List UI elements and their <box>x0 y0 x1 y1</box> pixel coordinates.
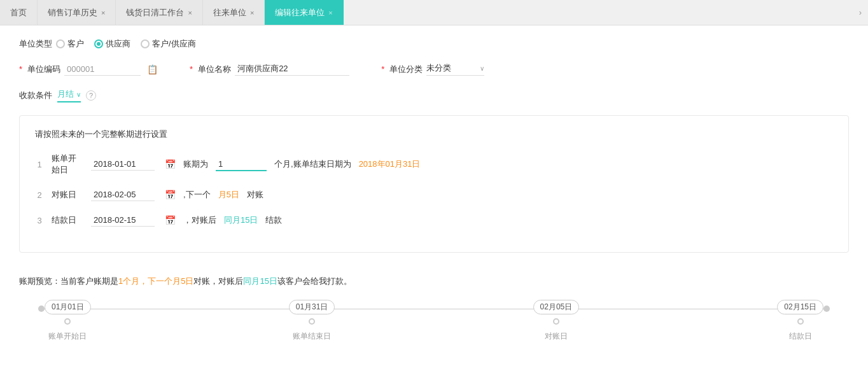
period-row-2: 2 对账日 📅 ,下一个月5日对账 <box>35 188 833 201</box>
payment-date-input[interactable] <box>91 214 155 227</box>
period-row-3: 3 结款日 📅 ，对账后同月15日结款 <box>35 214 833 227</box>
payment-condition-row: 收款条件 月结 ∨ ? <box>19 88 849 102</box>
radio-customer[interactable]: 客户 <box>56 38 84 50</box>
unit-type-group: 单位类型 客户 供应商 客户/供应商 <box>19 38 196 50</box>
unit-name-input[interactable] <box>235 63 349 76</box>
period-num-1: 1 <box>35 160 44 169</box>
timeline-sublabel-0: 账单开始日 <box>48 331 87 342</box>
preview-part3: 对账，对账后 <box>193 276 243 286</box>
calendar-icon-reconcile[interactable]: 📅 <box>165 190 176 200</box>
start-date-input[interactable] <box>91 158 155 171</box>
timeline: 01月01日 账单开始日 01月31日 账单结束日 02月05日 对账日 02月… <box>19 300 849 342</box>
unit-code-input[interactable] <box>64 63 141 76</box>
preview-part2: 下一个月5日 <box>148 276 193 286</box>
reconcile-day-highlight: 月5日 <box>218 189 239 201</box>
timeline-sublabel-1: 账单结束日 <box>293 331 331 342</box>
period-suffix-post-2: 对账 <box>247 189 263 201</box>
reconcile-date-input[interactable] <box>91 188 155 201</box>
timeline-badge-1: 01月31日 <box>289 300 335 314</box>
timeline-circle-3 <box>797 318 804 325</box>
period-end-date-highlight: 2018年01月31日 <box>359 158 421 170</box>
timeline-point-0: 01月01日 账单开始日 <box>45 300 91 342</box>
unit-code-label: 单位编码 <box>27 64 60 75</box>
period-suffix-pre-1: 账期为 <box>183 158 208 170</box>
timeline-circle-0 <box>64 318 71 325</box>
tab-close-sales-history[interactable]: × <box>101 9 105 17</box>
unit-category-value: 未分类 <box>426 62 477 74</box>
timeline-circle-1 <box>309 318 315 325</box>
calendar-icon-start[interactable]: 📅 <box>165 159 176 169</box>
unit-code-group: * 单位编码 📋 <box>19 63 158 76</box>
unit-type-row: 单位类型 客户 供应商 客户/供应商 <box>19 38 849 50</box>
required-star-code: * <box>19 64 22 74</box>
chevron-right-icon: › <box>859 8 862 17</box>
unit-name-label: 单位名称 <box>198 64 231 75</box>
period-row-label-3: 结款日 <box>52 215 83 226</box>
calendar-icon-payment[interactable]: 📅 <box>165 215 176 225</box>
tab-edit-contacts[interactable]: 编辑往来单位 × <box>265 0 343 25</box>
period-months-input[interactable] <box>216 158 267 171</box>
timeline-points: 01月01日 账单开始日 01月31日 账单结束日 02月05日 对账日 02月… <box>45 300 823 342</box>
radio-circle-supplier <box>94 39 103 48</box>
timeline-point-1: 01月31日 账单结束日 <box>289 300 335 342</box>
unit-name-group: * 单位名称 <box>190 63 349 76</box>
payment-day-highlight: 同月15日 <box>224 215 258 226</box>
period-suffix-post-1: 个月,账单结束日期为 <box>274 158 351 170</box>
unit-info-row: * 单位编码 📋 * 单位名称 * 单位分类 未分类 ∨ <box>19 62 849 76</box>
unit-category-label: 单位分类 <box>389 64 423 75</box>
preview-section: 账期预览：当前客户账期是1个月，下一个月5日对账，对账后同月15日该客户会给我打… <box>19 265 849 342</box>
tab-sales-history[interactable]: 销售订单历史 × <box>38 0 116 25</box>
period-suffix-pre-3: ，对账后 <box>183 215 216 226</box>
timeline-sublabel-2: 对账日 <box>545 331 568 342</box>
period-num-3: 3 <box>35 216 44 225</box>
period-row-1: 1 账单开始日 📅 账期为 个月,账单结束日期为 2018年01月31日 <box>35 153 833 176</box>
help-icon[interactable]: ? <box>86 90 96 101</box>
timeline-circle-2 <box>553 318 559 325</box>
timeline-end-dot <box>823 306 830 312</box>
timeline-badge-3: 02月15日 <box>777 300 823 314</box>
period-title: 请按照未来的一个完整帐期进行设置 <box>35 129 833 140</box>
timeline-badge-0: 01月01日 <box>45 300 91 314</box>
tab-close-edit-contacts[interactable]: × <box>328 9 332 17</box>
period-suffix-post-3: 结款 <box>265 215 282 226</box>
preview-part5: 该客户会给我打款。 <box>277 276 352 286</box>
tab-cashwork[interactable]: 钱货日清工作台 × <box>116 0 202 25</box>
radio-customer-label: 客户 <box>67 38 84 50</box>
radio-supplier[interactable]: 供应商 <box>94 38 130 50</box>
preview-part4: 同月15日 <box>243 276 277 286</box>
unit-type-label: 单位类型 <box>19 38 52 50</box>
radio-circle-both <box>141 39 150 48</box>
required-star-name: * <box>190 64 193 74</box>
required-star-category: * <box>381 64 384 74</box>
radio-both-label: 客户/供应商 <box>152 38 196 50</box>
period-row-label-2: 对账日 <box>52 189 83 201</box>
timeline-badge-2: 02月05日 <box>533 300 580 314</box>
chevron-down-icon-condition: ∨ <box>76 91 81 98</box>
timeline-sublabel-3: 结款日 <box>789 331 812 342</box>
payment-condition-label: 收款条件 <box>19 90 52 101</box>
unit-category-group: * 单位分类 未分类 ∨ <box>381 62 484 76</box>
tab-bar: 首页 销售订单历史 × 钱货日清工作台 × 往来单位 × 编辑往来单位 × › <box>0 0 868 25</box>
payment-condition-select[interactable]: 月结 ∨ <box>57 88 81 102</box>
tab-close-cashwork[interactable]: × <box>188 9 192 17</box>
radio-circle-customer <box>56 39 65 48</box>
main-content: 单位类型 客户 供应商 客户/供应商 * 单位编码 <box>0 25 868 387</box>
timeline-start-dot <box>38 306 45 312</box>
tab-more-button[interactable]: › <box>853 0 868 25</box>
preview-part1: 1个月， <box>118 276 148 286</box>
tab-contacts[interactable]: 往来单位 × <box>203 0 265 25</box>
period-settings-box: 请按照未来的一个完整帐期进行设置 1 账单开始日 📅 账期为 个月,账单结束日期… <box>19 115 849 253</box>
radio-supplier-label: 供应商 <box>106 38 130 50</box>
preview-text: 账期预览：当前客户账期是1个月，下一个月5日对账，对账后同月15日该客户会给我打… <box>19 276 849 287</box>
period-num-2: 2 <box>35 190 44 200</box>
timeline-point-2: 02月05日 对账日 <box>533 300 580 342</box>
timeline-point-3: 02月15日 结款日 <box>777 300 823 342</box>
unit-category-select[interactable]: 未分类 ∨ <box>426 62 484 76</box>
tab-home[interactable]: 首页 <box>0 0 38 25</box>
chevron-down-icon-category: ∨ <box>480 65 484 72</box>
calendar-icon-code[interactable]: 📋 <box>147 64 158 74</box>
preview-label: 账期预览：当前客户账期是 <box>19 276 118 286</box>
payment-condition-value: 月结 <box>57 88 74 100</box>
tab-close-contacts[interactable]: × <box>250 9 254 17</box>
radio-both[interactable]: 客户/供应商 <box>141 38 196 50</box>
